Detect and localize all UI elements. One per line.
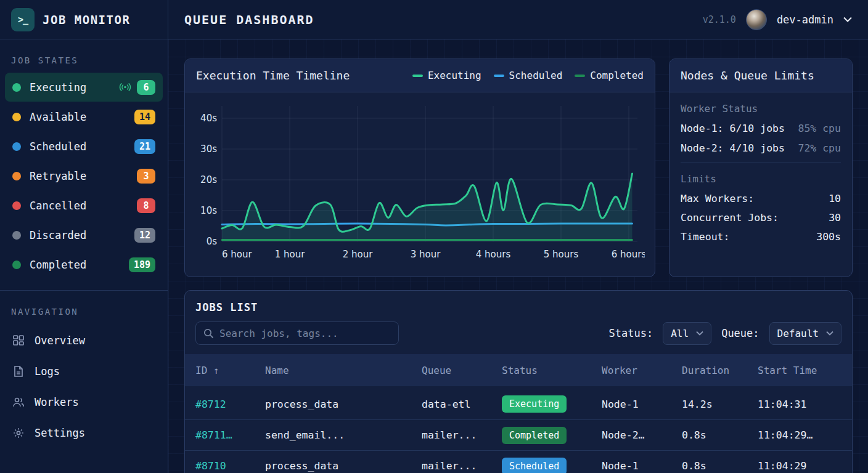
nodes-panel: Nodes & Queue Limits Worker Status Node-… [669, 59, 853, 277]
table-row[interactable]: #8711…send_email...mailer...CompletedNod… [185, 419, 852, 450]
job-id-link[interactable]: #8712 [195, 398, 265, 410]
sidebar-item-logs[interactable]: Logs [5, 356, 163, 387]
queue-filter-select[interactable]: Default [769, 322, 841, 345]
terminal-logo-icon: >_ [11, 8, 35, 31]
jobs-table: ID ↑NameQueueStatusWorkerDurationStart T… [185, 354, 852, 473]
svg-text:30s: 30s [200, 144, 217, 155]
state-count-badge: 12 [134, 228, 155, 243]
job-duration: 0.8s [682, 429, 758, 441]
job-id-link[interactable]: #8711… [195, 429, 265, 441]
timeline-legend: ExecutingScheduledCompleted [412, 70, 644, 81]
legend-color-dash [575, 75, 585, 77]
svg-text:5 hours: 5 hours [544, 249, 579, 260]
status-filter-select[interactable]: All [663, 322, 711, 345]
legend-item-scheduled: Scheduled [494, 70, 563, 81]
state-label: Discarded [30, 229, 126, 241]
sidebar-state-retryable[interactable]: Retryable3 [5, 161, 163, 190]
job-worker: Node-1 [602, 460, 682, 472]
job-start-time: 11:04:31 [758, 398, 852, 410]
job-name: process_data [265, 460, 422, 472]
sidebar-state-scheduled[interactable]: Scheduled21 [5, 132, 163, 161]
state-label: Executing [30, 81, 110, 94]
job-worker: Node-2… [602, 429, 682, 441]
node-cpu: 85% cpu [798, 123, 841, 134]
svg-text:20s: 20s [200, 174, 217, 185]
node-jobs: 6/10 jobs [730, 123, 785, 134]
state-dot-icon [12, 142, 21, 151]
search-icon [203, 328, 214, 339]
svg-text:6 hours: 6 hours [612, 249, 645, 260]
svg-text:1 hour: 1 hour [275, 249, 306, 260]
jobs-table-body: #8712process_datadata-etlExecutingNode-1… [185, 389, 852, 473]
job-name: send_email... [265, 429, 422, 441]
sidebar-state-available[interactable]: Available14 [5, 102, 163, 131]
state-dot-icon [12, 231, 21, 240]
worker-status-list: Node-1:6/10 jobs85% cpuNode-2:4/10 jobs7… [681, 123, 841, 154]
column-header[interactable]: Queue [422, 365, 502, 376]
settings-gear-icon [12, 427, 25, 439]
limit-value: 300s [816, 231, 841, 243]
svg-text:10s: 10s [200, 205, 217, 216]
overview-grid-icon [12, 334, 25, 347]
timeline-chart-svg: 0s10s20s30s40s6 hour1 hour2 hour3 hour4 … [194, 95, 645, 273]
chevron-down-icon [826, 331, 833, 336]
column-header[interactable]: Status [502, 365, 602, 376]
job-states-section-label: JOB STATES [0, 39, 168, 73]
limit-value: 10 [829, 193, 841, 204]
node-name: Node-1: [681, 123, 724, 134]
table-row[interactable]: #8712process_datadata-etlExecutingNode-1… [185, 389, 852, 419]
state-dot-icon [12, 113, 21, 121]
nav-item-label: Logs [35, 365, 60, 378]
legend-label: Completed [590, 70, 644, 81]
svg-text:0s: 0s [207, 236, 218, 247]
state-right: 6 [118, 80, 155, 95]
limits-list: Max Workers:10Concurrent Jobs:30Timeout:… [681, 193, 841, 243]
worker-status-row: Node-2:4/10 jobs72% cpu [681, 142, 841, 154]
limit-label: Max Workers: [681, 193, 754, 204]
state-dot-icon [12, 201, 21, 210]
column-header[interactable]: Start Time [758, 365, 852, 376]
state-label: Cancelled [30, 200, 128, 212]
job-start-time: 11:04:29… [758, 429, 852, 441]
state-right: 3 [137, 169, 155, 184]
column-header[interactable]: Name [265, 365, 422, 376]
limit-row: Timeout:300s [681, 231, 841, 243]
sidebar-state-executing[interactable]: Executing6 [5, 73, 163, 102]
chevron-down-icon[interactable] [843, 17, 852, 22]
nav-item-label: Overview [35, 334, 85, 347]
state-label: Retryable [30, 170, 128, 182]
column-header[interactable]: Duration [682, 365, 758, 376]
state-count-badge: 14 [134, 110, 155, 124]
column-header[interactable]: ID ↑ [195, 365, 265, 376]
state-count-badge: 8 [137, 198, 155, 213]
job-status: Executing [502, 395, 602, 413]
table-row[interactable]: #8710process_datamailer...ScheduledNode-… [185, 450, 852, 473]
state-label: Scheduled [30, 140, 126, 153]
nav-item-label: Workers [35, 396, 79, 408]
sidebar-state-completed[interactable]: Completed189 [5, 250, 163, 279]
sidebar-item-workers[interactable]: Workers [5, 387, 163, 418]
nodes-panel-title: Nodes & Queue Limits [681, 69, 814, 82]
state-count-badge: 6 [137, 80, 155, 95]
user-avatar[interactable] [746, 9, 767, 30]
state-right: 8 [137, 198, 155, 213]
worker-status-row: Node-1:6/10 jobs85% cpu [681, 123, 841, 134]
svg-text:2 hour: 2 hour [343, 249, 374, 260]
sidebar-item-settings[interactable]: Settings [5, 418, 163, 448]
search-input[interactable] [219, 328, 391, 339]
sidebar-state-cancelled[interactable]: Cancelled8 [5, 191, 163, 220]
svg-text:4 hours: 4 hours [476, 249, 511, 260]
status-badge: Executing [502, 395, 567, 413]
username-label[interactable]: dev-admin [777, 14, 833, 26]
job-id-link[interactable]: #8710 [195, 460, 265, 472]
sidebar-item-overview[interactable]: Overview [5, 325, 163, 356]
jobs-search[interactable] [195, 321, 399, 345]
state-dot-icon [12, 172, 21, 180]
state-right: 12 [134, 228, 155, 243]
column-header[interactable]: Worker [602, 365, 682, 376]
chevron-down-icon [696, 331, 703, 336]
nav-item-label: Settings [35, 427, 85, 439]
legend-color-dash [412, 75, 423, 77]
sidebar-state-discarded[interactable]: Discarded12 [5, 220, 163, 249]
sidebar-states-list: Executing6Available14Scheduled21Retryabl… [0, 73, 168, 279]
